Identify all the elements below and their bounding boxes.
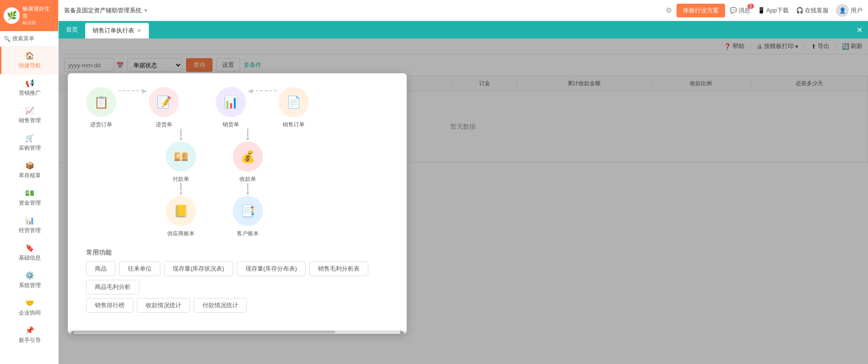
sidebar-item-quicknav[interactable]: 🏠 快捷导航 <box>0 47 58 74</box>
btn-goods-gross[interactable]: 商品毛利分析 <box>86 280 139 294</box>
box-icon: 📦 <box>25 161 34 170</box>
sidebar-logo: 🌿 畅康通好生意 标准版 <box>0 0 58 31</box>
message-action[interactable]: 💬 消息 5 <box>730 6 750 15</box>
common-section: 常用功能 商品 往来单位 现存量(库存状况表) 现存量(库存分布表) 销售毛利分… <box>86 249 388 313</box>
sidebar-item-basicinfo[interactable]: 🔖 基础信息 <box>0 239 58 266</box>
info-icon: 🔖 <box>25 244 34 252</box>
customer-account-icon[interactable]: 📑 <box>233 196 263 226</box>
sidebar-item-purchase[interactable]: 🛒 采购管理 <box>0 129 58 157</box>
user-area[interactable]: 👤 用户 <box>836 4 863 17</box>
flow-col-purchase-bill: 📝 进货单 <box>149 87 179 129</box>
user-name: 用户 <box>851 6 863 15</box>
settings-icon[interactable]: ⚙ <box>666 6 672 15</box>
close-all-tabs[interactable]: ✕ <box>857 26 863 34</box>
popup-overlay[interactable]: 📋 进货订单 ▶ <box>59 38 868 364</box>
megaphone-icon: 📢 <box>25 79 34 87</box>
topbar-actions: 💬 消息 5 📱 App下载 🎧 在线客服 👤 用户 <box>730 4 863 17</box>
btn-counterparty[interactable]: 往来单位 <box>119 261 160 276</box>
message-icon: 💬 <box>730 7 737 14</box>
scroll-right-arrow[interactable]: ▶ <box>400 329 405 334</box>
flow-col-sale-bill: 📊 销货单 <box>216 87 246 129</box>
btn-goods[interactable]: 商品 <box>86 261 115 276</box>
payment-bill-icon[interactable]: 💴 <box>166 141 196 172</box>
down-arrow-receipt: ▼ <box>233 183 263 196</box>
dropdown-icon[interactable]: ▾ <box>144 7 147 14</box>
sidebar-item-collab[interactable]: 🤝 企业协同 <box>0 294 58 321</box>
scrollbar-track[interactable] <box>74 331 400 333</box>
flow-row2: 💴 付款单 💰 收款单 <box>86 141 388 183</box>
sidebar-item-system[interactable]: ⚙️ 系统管理 <box>0 266 58 294</box>
system-title-area: 装备及固定资产辅助管理系统 ▾ <box>64 6 661 15</box>
down-arrow-sale: ▼ <box>233 129 263 141</box>
money-icon: 💵 <box>25 189 34 197</box>
popup-scrollbar: ◀ ▶ <box>68 330 407 334</box>
app-container: 🌿 畅康通好生意 标准版 🔍 搜索菜单 🏠 快捷导航 📢 营销推广 📈 销售管理 <box>0 0 868 364</box>
purchase-bill-icon[interactable]: 📝 <box>149 87 179 117</box>
sidebar-item-guide[interactable]: 📌 新手引导 <box>0 321 58 349</box>
scrollbar-thumb[interactable] <box>74 331 335 333</box>
operations-icon: 📊 <box>25 216 34 225</box>
flow-col-receipt: 💰 收款单 <box>233 141 263 183</box>
tab-home[interactable]: 首页 <box>59 21 85 38</box>
btn-sales-gross[interactable]: 销售毛利分析表 <box>309 261 368 276</box>
down-arrow-purchase: ▼ <box>166 129 196 141</box>
flow-col-sale-order: 📄 销售订单 <box>278 87 309 129</box>
flow-section: 📋 进货订单 ▶ <box>86 87 388 238</box>
logo-text: 畅康通好生意 标准版 <box>22 5 55 26</box>
purchase-order-icon[interactable]: 📋 <box>86 87 116 117</box>
sale-bill-icon[interactable]: 📊 <box>216 87 246 117</box>
headset-icon: 🎧 <box>796 7 803 14</box>
down-arrow-payment: ▼ <box>166 183 196 196</box>
btn-stock-status[interactable]: 现存量(库存状况表) <box>164 261 233 276</box>
handshake-icon: 🤝 <box>25 299 34 307</box>
sidebar-item-finance[interactable]: 💵 资金管理 <box>0 184 58 212</box>
flow-row3: 📒 供应商账本 📑 客户账本 <box>86 196 388 238</box>
btn-sales-rank[interactable]: 销售排行榜 <box>86 298 133 313</box>
gear-icon: ⚙️ <box>25 271 34 280</box>
customer-account-label: 客户账本 <box>237 230 259 238</box>
cart-icon: 🛒 <box>25 134 34 142</box>
receipt-bill-icon[interactable]: 💰 <box>233 141 263 172</box>
btn-stock-dist[interactable]: 现存量(库存分布表) <box>237 261 306 276</box>
sale-order-label: 销售订单 <box>283 121 305 129</box>
chart-icon: 📈 <box>25 106 34 115</box>
flow-arrows-row2: ▼ ▼ <box>86 183 388 196</box>
topbar: 装备及固定资产辅助管理系统 ▾ ⚙ 体验行业方案 💬 消息 5 📱 App下载 … <box>59 0 868 21</box>
flow-col-supplier-account: 📒 供应商账本 <box>166 196 196 238</box>
purchase-order-label: 进货订单 <box>90 121 112 129</box>
btn-payment-stats[interactable]: 付款情况统计 <box>194 298 247 313</box>
tabbar: 首页 销售订单执行表 ✕ ✕ <box>59 21 868 38</box>
sale-order-icon[interactable]: 📄 <box>278 87 309 117</box>
supplier-account-icon[interactable]: 📒 <box>166 196 196 226</box>
sidebar-item-inventory[interactable]: 📦 库存核算 <box>0 157 58 184</box>
sidebar-search[interactable]: 🔍 搜索菜单 <box>0 31 58 47</box>
supplier-account-label: 供应商账本 <box>167 230 195 238</box>
scroll-left-arrow[interactable]: ◀ <box>70 329 74 334</box>
flow-col-payment: 💴 付款单 <box>166 141 196 183</box>
app-download-action[interactable]: 📱 App下载 <box>758 6 789 15</box>
experience-btn[interactable]: 体验行业方案 <box>677 4 725 17</box>
sale-bill-label: 销货单 <box>223 121 239 129</box>
sidebar-item-sales[interactable]: 📈 销售管理 <box>0 102 58 129</box>
search-icon: 🔍 <box>4 36 11 42</box>
sidebar-item-operations[interactable]: 📊 经营管理 <box>0 212 58 239</box>
tab-close-icon[interactable]: ✕ <box>137 27 142 34</box>
phone-icon: 📱 <box>758 7 765 14</box>
tab-sales-order[interactable]: 销售订单执行表 ✕ <box>85 23 149 38</box>
payment-bill-label: 付款单 <box>173 175 189 183</box>
common-buttons-row1: 商品 往来单位 现存量(库存状况表) 现存量(库存分布表) 销售毛利分析表 商品… <box>86 261 388 294</box>
main: 装备及固定资产辅助管理系统 ▾ ⚙ 体验行业方案 💬 消息 5 📱 App下载 … <box>59 0 868 364</box>
btn-receipt-stats[interactable]: 收款情况统计 <box>137 298 190 313</box>
purchase-bill-label: 进货单 <box>156 121 172 129</box>
common-buttons-row2: 销售排行榜 收款情况统计 付款情况统计 <box>86 298 388 313</box>
online-service-action[interactable]: 🎧 在线客服 <box>796 6 829 15</box>
flow-arrows-row: ▼ ▼ <box>86 129 388 141</box>
message-badge: 5 <box>748 4 754 9</box>
content: ❓ 帮助 | 🖨 按模板打印 ▾ | ⬆ 导出 | 🔄 刷新 <box>59 38 868 364</box>
flow-col-customer-account: 📑 客户账本 <box>233 196 263 238</box>
system-title: 装备及固定资产辅助管理系统 <box>64 6 142 15</box>
avatar: 👤 <box>836 4 849 17</box>
sidebar-item-marketing[interactable]: 📢 营销推广 <box>0 74 58 102</box>
popup: 📋 进货订单 ▶ <box>68 73 407 334</box>
sidebar: 🌿 畅康通好生意 标准版 🔍 搜索菜单 🏠 快捷导航 📢 营销推广 📈 销售管理 <box>0 0 59 364</box>
